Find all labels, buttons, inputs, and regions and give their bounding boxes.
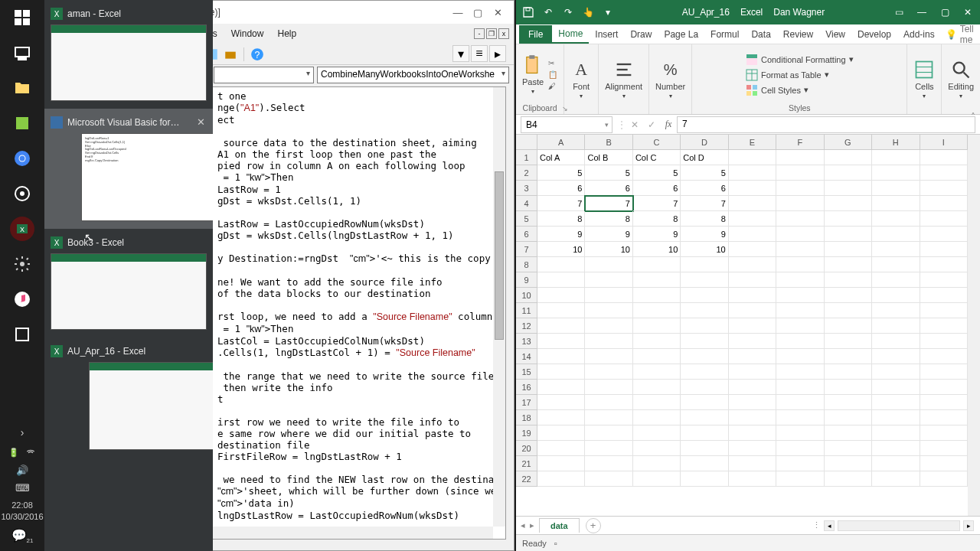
- qat-customize-icon[interactable]: ▾: [602, 6, 614, 18]
- cell[interactable]: [729, 272, 776, 288]
- cell[interactable]: [872, 395, 920, 410]
- cell[interactable]: [729, 349, 776, 364]
- cell[interactable]: [729, 334, 776, 349]
- row-header[interactable]: 3: [516, 181, 537, 196]
- enter-icon[interactable]: ✓: [643, 116, 660, 133]
- cell[interactable]: [585, 303, 632, 318]
- row-header[interactable]: 1: [516, 150, 537, 165]
- cell[interactable]: [537, 380, 585, 395]
- col-header[interactable]: F: [776, 135, 824, 150]
- vertical-scrollbar[interactable]: [968, 135, 980, 516]
- row-header[interactable]: 17: [516, 395, 537, 410]
- cell[interactable]: Col D: [681, 150, 728, 165]
- cell[interactable]: [825, 242, 872, 257]
- cell[interactable]: [729, 456, 776, 471]
- font-button[interactable]: AFont▾: [570, 59, 592, 99]
- cell[interactable]: [920, 303, 968, 318]
- cell[interactable]: [537, 257, 585, 272]
- cell[interactable]: [776, 364, 824, 380]
- task-view-icon[interactable]: [10, 41, 34, 65]
- cell[interactable]: [537, 288, 585, 303]
- close-icon[interactable]: ✕: [962, 6, 974, 18]
- cell[interactable]: [872, 272, 920, 288]
- cell[interactable]: [537, 456, 585, 471]
- horizontal-scrollbar[interactable]: [213, 527, 493, 539]
- macro-record-icon[interactable]: ▫: [554, 539, 557, 548]
- float-indent-icon[interactable]: ▸: [489, 45, 506, 62]
- cell[interactable]: [920, 395, 968, 410]
- row-header[interactable]: 6: [516, 227, 537, 242]
- action-center-icon[interactable]: 💬21: [8, 525, 37, 547]
- cell[interactable]: [872, 150, 920, 165]
- cell[interactable]: [920, 364, 968, 380]
- cell[interactable]: [681, 410, 728, 425]
- object-dropdown[interactable]: [214, 67, 314, 83]
- cell[interactable]: [872, 334, 920, 349]
- format-painter-icon[interactable]: 🖌: [548, 82, 557, 90]
- app-icon[interactable]: [10, 322, 34, 347]
- cell[interactable]: [872, 456, 920, 471]
- task-thumb-excel-book3[interactable]: XBook3 - Excel: [44, 229, 213, 337]
- cell[interactable]: [920, 227, 968, 242]
- cell[interactable]: [729, 410, 776, 425]
- cell[interactable]: [776, 257, 824, 272]
- cell[interactable]: [825, 303, 872, 318]
- cell[interactable]: Col C: [633, 150, 681, 165]
- cell[interactable]: [585, 334, 632, 349]
- cell[interactable]: [585, 395, 632, 410]
- cell[interactable]: 7: [681, 196, 728, 211]
- row-header[interactable]: 9: [516, 272, 537, 288]
- cell[interactable]: [776, 441, 824, 456]
- cell[interactable]: [825, 181, 872, 196]
- cell[interactable]: [537, 364, 585, 380]
- cell[interactable]: [729, 395, 776, 410]
- cell[interactable]: [825, 318, 872, 334]
- app-icon[interactable]: [10, 111, 34, 135]
- cell[interactable]: 8: [633, 211, 681, 227]
- formula-input[interactable]: 7: [677, 116, 975, 133]
- col-header[interactable]: G: [825, 135, 872, 150]
- cell[interactable]: [681, 364, 728, 380]
- cell[interactable]: [633, 410, 681, 425]
- keyboard-icon[interactable]: ⌨: [15, 482, 30, 494]
- excel-titlebar[interactable]: ↶ ↷ 👆 ▾ AU_Apr_16 Excel Dan Wagner ▭ — ▢…: [516, 0, 980, 24]
- cell[interactable]: [537, 349, 585, 364]
- close-icon[interactable]: ✕: [194, 116, 207, 129]
- maximize-icon[interactable]: ▢: [468, 5, 488, 20]
- row-header[interactable]: 16: [516, 380, 537, 395]
- cell[interactable]: 5: [585, 165, 632, 181]
- cell[interactable]: [920, 181, 968, 196]
- cell[interactable]: [633, 441, 681, 456]
- cell[interactable]: [872, 471, 920, 487]
- cell[interactable]: [633, 257, 681, 272]
- cell[interactable]: [681, 288, 728, 303]
- sheet-tab-data[interactable]: data: [539, 518, 580, 533]
- cell[interactable]: [776, 349, 824, 364]
- cell[interactable]: [776, 211, 824, 227]
- row-header[interactable]: 13: [516, 334, 537, 349]
- cell[interactable]: [729, 303, 776, 318]
- tab-prev-icon[interactable]: ◂: [521, 520, 525, 530]
- row-header[interactable]: 2: [516, 165, 537, 181]
- cell[interactable]: 5: [633, 165, 681, 181]
- cell[interactable]: [872, 288, 920, 303]
- cell[interactable]: [920, 242, 968, 257]
- cell[interactable]: [920, 272, 968, 288]
- tab-home[interactable]: Home: [552, 25, 589, 44]
- cell[interactable]: [872, 211, 920, 227]
- row-header[interactable]: 8: [516, 257, 537, 272]
- cell[interactable]: [681, 318, 728, 334]
- col-header[interactable]: H: [872, 135, 920, 150]
- tab-addins[interactable]: Add-ins: [897, 26, 941, 43]
- cell[interactable]: 9: [585, 227, 632, 242]
- cell[interactable]: [633, 425, 681, 441]
- app-icon[interactable]: [10, 181, 34, 206]
- cell[interactable]: [537, 441, 585, 456]
- maximize-icon[interactable]: ▢: [939, 6, 951, 18]
- row-header[interactable]: 20: [516, 441, 537, 456]
- tab-draw[interactable]: Draw: [624, 26, 658, 43]
- cell[interactable]: [681, 380, 728, 395]
- tab-view[interactable]: View: [819, 26, 851, 43]
- cell[interactable]: 6: [681, 181, 728, 196]
- cell[interactable]: [633, 395, 681, 410]
